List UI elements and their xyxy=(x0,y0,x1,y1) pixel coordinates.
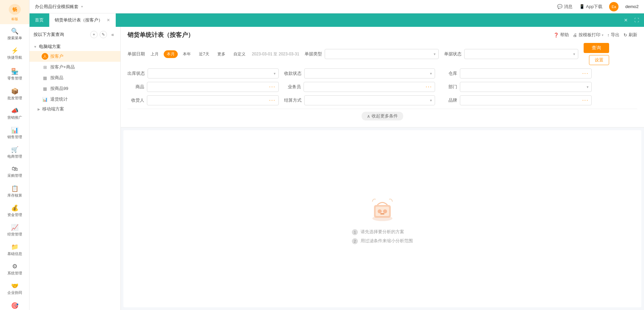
brand-input[interactable]: ··· xyxy=(460,95,592,105)
brand-label: 品牌 xyxy=(440,97,457,103)
warehouse-input[interactable]: ··· xyxy=(460,68,592,79)
sidebar-item-sales[interactable]: 📊 销售管理 xyxy=(0,123,29,143)
sidebar-item-marketing[interactable]: 📣 营销推广 xyxy=(0,104,29,123)
filter-btn-group: 查询 设置 xyxy=(584,43,609,65)
edit-scheme-btn[interactable]: ✎ xyxy=(100,31,107,38)
tree-group-desktop[interactable]: ▼ 电脑端方案 xyxy=(30,42,120,51)
enterprise-icon: 🤝 xyxy=(11,282,18,290)
date-btn-custom[interactable]: 自定义 xyxy=(230,50,249,58)
type-label: 单据类型 xyxy=(305,51,322,57)
collapse-more-btn[interactable]: ∧ 收起更多条件 xyxy=(362,112,403,120)
dept-label: 部门 xyxy=(440,84,457,90)
date-btn-last-7days[interactable]: 近7天 xyxy=(196,50,212,58)
tree-item-return-stats[interactable]: 📊 退货统计 xyxy=(30,94,120,105)
account-dropdown-icon[interactable]: ▾ xyxy=(81,5,83,8)
sidebar-item-finance[interactable]: 💰 资金管理 xyxy=(0,201,29,220)
settings-button[interactable]: 设置 xyxy=(589,55,609,65)
tree-item-customer-product[interactable]: ⊞ 按客户+商品 xyxy=(30,62,120,72)
sales-icon: 📊 xyxy=(11,126,18,134)
guide-icon: 🎯 xyxy=(11,302,18,309)
tab-home-label: 首页 xyxy=(35,17,44,23)
phone-icon: 📱 xyxy=(579,4,585,9)
avatar[interactable]: Ea xyxy=(609,2,619,11)
sidebar-logo-text: 标版 xyxy=(11,17,18,21)
outbound-field: 出库状态 ▾ xyxy=(127,68,279,79)
tab-close-icon[interactable]: ✕ xyxy=(107,18,110,22)
dept-dropdown-icon: ▾ xyxy=(587,85,589,89)
date-field: 单据日期 上月 本月 本年 近7天 更多 自定义 2023-03-01 至 20… xyxy=(127,50,299,58)
status-input[interactable]: ▾ xyxy=(464,49,578,59)
export-btn[interactable]: ↑ 导出 xyxy=(607,32,620,38)
message-icon: 💬 xyxy=(557,4,562,9)
sidebar-item-label-purchase: 采购管理 xyxy=(7,173,22,178)
type-input[interactable]: ▾ xyxy=(325,49,439,59)
outbound-label: 出库状态 xyxy=(127,70,145,76)
app-download-label: App下载 xyxy=(586,4,602,10)
query-button[interactable]: 查询 xyxy=(584,43,609,53)
goods-field: 商品 ··· xyxy=(127,82,279,92)
fullscreen-icon: ⛶ xyxy=(634,17,639,23)
main-area: 办公用品行业模拟账套 ▾ 💬 消息 📱 App下载 Ea demo2 首页 销货… xyxy=(30,0,644,310)
tree-group-desktop-label: 电脑端方案 xyxy=(39,44,61,50)
collapse-icon: « xyxy=(111,32,114,37)
page-title-row: 销货单统计表（按客户） ❓ 帮助 🖨 按模板打印 ▾ ↑ xyxy=(127,31,637,39)
template-print-btn[interactable]: 🖨 按模板打印 ▾ xyxy=(573,32,603,38)
tab-home[interactable]: 首页 xyxy=(30,13,49,27)
date-btn-last-month[interactable]: 上月 xyxy=(148,50,162,58)
app-download-btn[interactable]: 📱 App下载 xyxy=(579,4,602,10)
settlement-input[interactable]: ▾ xyxy=(304,95,435,105)
help-btn[interactable]: ❓ 帮助 xyxy=(553,32,569,38)
customer-icon: 人 xyxy=(42,53,48,60)
chart-icon: 📊 xyxy=(42,96,48,103)
sidebar-item-retail[interactable]: 🏪 零售管理 xyxy=(0,64,29,84)
left-panel: 按以下方案查询 + ✎ « ▼ 电脑端方案 xyxy=(30,27,121,310)
date-btn-more[interactable]: 更多 xyxy=(214,50,228,58)
tree-arrow-mobile: ▶ xyxy=(38,107,40,111)
sidebar-item-shortcut[interactable]: ⚡ 快捷导航 xyxy=(0,44,29,63)
collection-input[interactable]: ▾ xyxy=(304,68,435,79)
fullscreen-btn[interactable]: ⛶ xyxy=(632,15,641,25)
date-btn-this-month[interactable]: 本月 xyxy=(164,50,178,58)
filter-row-4: 收货人 ··· 结算方式 ▾ xyxy=(127,95,637,105)
recipient-input[interactable]: ··· xyxy=(147,95,279,105)
sidebar-item-search[interactable]: 🔍 搜索菜单 xyxy=(0,24,29,44)
sidebar-item-wholesale[interactable]: 📦 批发管理 xyxy=(0,84,29,104)
table-icon1: ▦ xyxy=(42,74,48,81)
table-icon2: ▦ xyxy=(42,85,48,92)
sidebar-item-basic[interactable]: 📁 基础信息 xyxy=(0,240,29,259)
salesperson-input[interactable]: ··· xyxy=(304,82,435,92)
close-tab-btn[interactable]: ✕ xyxy=(621,15,631,25)
tree-item-by-product99[interactable]: ▦ 按商品99 xyxy=(30,83,120,94)
tree-item-by-customer[interactable]: 人 按客户 xyxy=(30,51,120,62)
basic-icon: 📁 xyxy=(11,243,18,251)
collapse-panel-btn[interactable]: « xyxy=(109,31,116,38)
dept-input[interactable]: ▾ xyxy=(460,82,592,92)
sidebar-item-guide[interactable]: 🎯 新手引导 xyxy=(0,299,29,310)
date-btn-this-year[interactable]: 本年 xyxy=(180,50,194,58)
empty-tip-1: 1 请先选择要分析的方案 xyxy=(352,229,413,235)
goods-input[interactable]: ··· xyxy=(147,82,279,92)
top-header-left: 办公用品行业模拟账套 ▾ xyxy=(35,4,83,10)
sidebar-item-purchase[interactable]: 🛍 采购管理 xyxy=(0,162,29,181)
tip-num-2: 2 xyxy=(352,238,358,244)
sidebar-item-inventory[interactable]: 📋 库存核算 xyxy=(0,182,29,201)
tab-sales-report[interactable]: 销货单统计表（按客户） ✕ xyxy=(49,13,116,27)
tree-item-by-product[interactable]: ▦ 按商品 xyxy=(30,72,120,83)
avatar-text: Ea xyxy=(612,5,616,9)
tree-group-mobile[interactable]: ▶ 移动端方案 xyxy=(30,105,120,113)
outbound-input[interactable]: ▾ xyxy=(148,68,279,79)
sidebar-item-system[interactable]: ⚙ 系统管理 xyxy=(0,259,29,279)
refresh-btn[interactable]: ↻ 刷新 xyxy=(624,32,637,38)
sidebar-item-operations[interactable]: 📈 经营管理 xyxy=(0,220,29,240)
sidebar-item-enterprise[interactable]: 🤝 企业协同 xyxy=(0,279,29,298)
export-label: 导出 xyxy=(611,32,620,38)
brand-field: 品牌 ··· xyxy=(440,95,592,105)
add-scheme-btn[interactable]: + xyxy=(90,31,98,38)
message-btn[interactable]: 💬 消息 xyxy=(557,4,573,10)
svg-rect-7 xyxy=(380,213,384,214)
export-icon: ↑ xyxy=(607,33,610,38)
collapse-more-bar: ∧ 收起更多条件 xyxy=(127,109,637,123)
purchase-icon: 🛍 xyxy=(12,165,18,172)
settlement-dropdown-icon: ▾ xyxy=(430,98,432,103)
sidebar-item-ecommerce[interactable]: 🛒 电商管理 xyxy=(0,143,29,162)
